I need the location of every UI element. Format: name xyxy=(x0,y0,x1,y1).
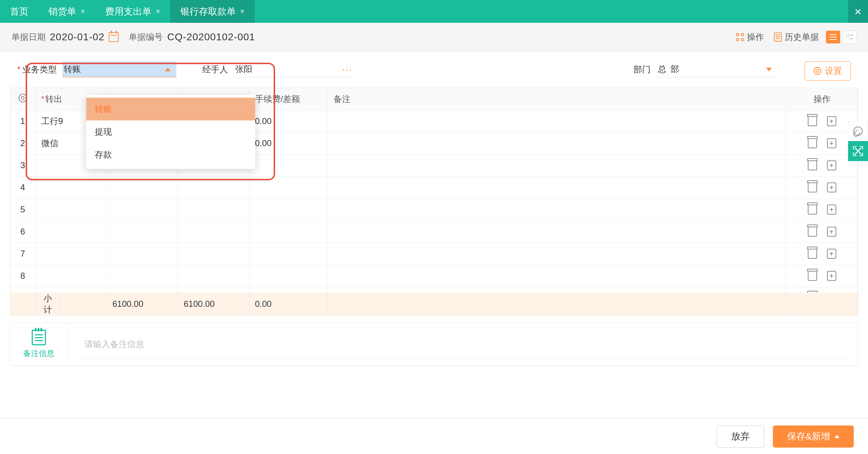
attachment-button[interactable] xyxy=(848,121,868,141)
copy-row-icon[interactable] xyxy=(827,271,836,281)
hidden-cell[interactable] xyxy=(107,198,178,221)
in-amount-cell[interactable] xyxy=(178,287,249,293)
table-row[interactable]: 5 xyxy=(10,198,858,221)
in-amount-cell[interactable] xyxy=(178,198,249,221)
remarks-label: 备注信息 xyxy=(23,348,55,359)
delete-row-icon[interactable] xyxy=(808,249,817,259)
note-cell[interactable] xyxy=(327,221,786,243)
business-type-input[interactable] xyxy=(62,61,176,77)
dropdown-item-withdraw[interactable]: 提现 xyxy=(86,120,255,143)
date-label: 单据日期 xyxy=(11,31,46,43)
copy-row-icon[interactable] xyxy=(827,116,836,126)
actions-menu[interactable]: 操作 xyxy=(736,31,764,43)
settings-button[interactable]: 设置 xyxy=(805,61,851,81)
tab-expense-label: 费用支出单 xyxy=(105,5,151,18)
hidden-cell[interactable] xyxy=(107,287,178,293)
fee-cell[interactable] xyxy=(249,265,327,287)
fee-cell[interactable] xyxy=(249,243,327,265)
close-icon[interactable]: × xyxy=(81,7,85,16)
note-cell[interactable] xyxy=(327,132,786,154)
dropdown-item-deposit[interactable]: 存款 xyxy=(86,143,255,166)
row-index: 9 xyxy=(10,287,35,293)
delete-row-icon[interactable] xyxy=(808,160,817,170)
table-row[interactable]: 6 xyxy=(10,221,858,243)
remarks-input[interactable] xyxy=(76,330,849,358)
delete-row-icon[interactable] xyxy=(808,138,817,148)
dropdown-item-transfer[interactable]: 转账 xyxy=(86,98,255,120)
copy-row-icon[interactable] xyxy=(827,227,836,237)
note-cell[interactable] xyxy=(327,198,786,221)
copy-row-icon[interactable] xyxy=(827,182,836,192)
fee-header: 手续费/差额 xyxy=(249,88,327,110)
hidden-cell[interactable] xyxy=(107,265,178,287)
tab-sales[interactable]: 销货单× xyxy=(38,0,95,23)
delete-row-icon[interactable] xyxy=(808,182,817,192)
save-add-button[interactable]: 保存&新增 xyxy=(773,425,854,448)
out-account-cell[interactable] xyxy=(35,265,107,287)
subtotal-fee: 0.00 xyxy=(249,293,327,315)
in-amount-cell[interactable] xyxy=(178,176,249,198)
out-account-cell[interactable] xyxy=(35,243,107,265)
out-account-cell[interactable] xyxy=(35,221,107,243)
in-amount-cell[interactable] xyxy=(178,221,249,243)
delete-row-icon[interactable] xyxy=(808,271,817,281)
ellipsis-icon[interactable]: ··· xyxy=(342,64,352,75)
fee-cell[interactable]: 0.00 xyxy=(249,132,327,154)
hidden-cell[interactable] xyxy=(107,221,178,243)
note-cell[interactable] xyxy=(327,110,786,132)
tab-home[interactable]: 首页 xyxy=(0,0,38,23)
note-cell[interactable] xyxy=(327,287,786,293)
note-cell[interactable] xyxy=(327,176,786,198)
note-cell[interactable] xyxy=(327,154,786,176)
out-account-cell[interactable] xyxy=(35,176,107,198)
note-cell[interactable] xyxy=(327,265,786,287)
list-view-button[interactable] xyxy=(826,31,840,43)
in-amount-cell[interactable] xyxy=(178,243,249,265)
action-cell xyxy=(786,287,858,293)
fee-cell[interactable] xyxy=(249,287,327,293)
date-value[interactable]: 2020-01-02 xyxy=(50,31,104,43)
close-icon[interactable]: × xyxy=(156,7,160,16)
footer-bar: 放弃 保存&新增 xyxy=(0,418,868,454)
tabbar-close-button[interactable]: × xyxy=(848,0,868,23)
history-menu[interactable]: 历史单据 xyxy=(774,31,819,43)
table-row[interactable]: 9 xyxy=(10,287,858,293)
copy-row-icon[interactable] xyxy=(827,205,836,215)
fee-cell[interactable] xyxy=(249,221,327,243)
fee-cell[interactable] xyxy=(249,154,327,176)
tab-bank[interactable]: 银行存取款单× xyxy=(170,0,255,23)
dept-input[interactable] xyxy=(656,61,777,77)
row-index: 6 xyxy=(10,221,35,243)
close-icon[interactable]: × xyxy=(240,7,245,16)
in-amount-cell[interactable] xyxy=(178,265,249,287)
note-cell[interactable] xyxy=(327,243,786,265)
table-row[interactable]: 7 xyxy=(10,243,858,265)
link-icon xyxy=(852,125,865,138)
fee-cell[interactable] xyxy=(249,198,327,221)
copy-row-icon[interactable] xyxy=(827,160,836,170)
handler-input[interactable] xyxy=(234,61,355,77)
chevron-down-icon[interactable] xyxy=(766,68,772,71)
fee-cell[interactable]: 0.00 xyxy=(249,110,327,132)
out-account-cell[interactable] xyxy=(35,198,107,221)
delete-row-icon[interactable] xyxy=(808,205,817,215)
out-account-cell[interactable] xyxy=(35,287,107,293)
action-cell xyxy=(786,110,858,132)
delete-row-icon[interactable] xyxy=(808,227,817,237)
hidden-cell[interactable] xyxy=(107,243,178,265)
copy-row-icon[interactable] xyxy=(827,138,836,148)
hidden-cell[interactable] xyxy=(107,176,178,198)
tab-expense[interactable]: 费用支出单× xyxy=(95,0,170,23)
delete-row-icon[interactable] xyxy=(808,116,817,126)
discard-button[interactable]: 放弃 xyxy=(717,425,764,448)
fee-cell[interactable] xyxy=(249,176,327,198)
fullscreen-button[interactable] xyxy=(848,141,868,161)
chevron-up-icon[interactable] xyxy=(165,68,171,71)
table-row[interactable]: 4 xyxy=(10,176,858,198)
detail-view-button[interactable] xyxy=(842,31,857,43)
table-row[interactable]: 8 xyxy=(10,265,858,287)
copy-row-icon[interactable] xyxy=(827,249,836,259)
calendar-icon[interactable] xyxy=(109,32,119,42)
column-settings-header[interactable] xyxy=(10,88,35,110)
history-label: 历史单据 xyxy=(785,31,819,43)
